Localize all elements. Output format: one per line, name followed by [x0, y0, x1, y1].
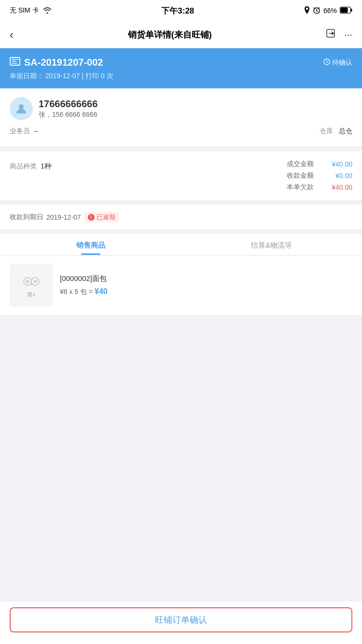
received-row: 收款金额 ¥0.00 — [287, 171, 352, 180]
due-date-card: 收款到期日 2019-12-07 ! 已逾期 — [0, 205, 362, 229]
summary-card: 商品种类 1种 成交金额 ¥40.00 收款金额 ¥0.00 本单欠款 ¥40.… — [0, 151, 362, 200]
sim-label: 无 SIM 卡 — [10, 6, 39, 15]
amount-row: 成交金额 ¥40.00 — [287, 160, 352, 168]
type-label: 商品种类 — [10, 162, 37, 171]
status-right: 66% — [304, 6, 352, 15]
back-button[interactable]: ‹ — [10, 28, 14, 42]
tab-settlement-logistics[interactable]: 结算&物流等 — [181, 234, 362, 255]
product-list: 管+ [0000002]面包 ¥8 x 5 包 = ¥40 — [0, 256, 362, 315]
tabs: 销售商品 结算&物流等 — [0, 234, 362, 255]
nav-actions: ··· — [326, 28, 352, 41]
summary-right: 成交金额 ¥40.00 收款金额 ¥0.00 本单欠款 ¥40.00 — [287, 160, 352, 192]
confirm-order-button[interactable]: 旺铺订单确认 — [10, 607, 352, 632]
order-date: 单据日期： 2019-12-07 | 打印 0 次 — [10, 72, 352, 81]
product-info: [0000002]面包 ¥8 x 5 包 = ¥40 — [60, 274, 352, 296]
type-value: 1种 — [41, 162, 52, 171]
overdue-text: 已逾期 — [97, 213, 115, 222]
product-name: [0000002]面包 — [60, 274, 352, 283]
bottom-area — [0, 315, 362, 441]
avatar — [10, 97, 33, 120]
page-title: 销货单详情(来自旺铺) — [14, 29, 326, 41]
order-status: 待确认 — [323, 58, 352, 67]
multiply-sign: x — [69, 288, 74, 295]
overdue-badge: ! 已逾期 — [84, 212, 119, 223]
svg-rect-2 — [350, 9, 352, 12]
alarm-icon — [313, 6, 320, 15]
svg-rect-3 — [340, 7, 348, 13]
bottom-button-area: 旺铺订单确认 — [0, 601, 362, 644]
salesperson-value: -- — [34, 127, 38, 135]
location-icon — [304, 6, 310, 15]
table-row: 管+ [0000002]面包 ¥8 x 5 包 = ¥40 — [0, 256, 362, 315]
order-id: SA-20191207-002 — [10, 57, 103, 68]
warehouse-value: 总仓 — [339, 127, 352, 136]
overdue-warning-icon: ! — [88, 214, 95, 221]
due-date: 2019-12-07 — [46, 213, 81, 221]
due-label: 收款到期日 — [10, 213, 43, 222]
unit-price: ¥8 — [60, 288, 68, 295]
order-id-icon — [10, 57, 20, 68]
more-icon[interactable]: ··· — [344, 29, 352, 40]
svg-point-11 — [34, 280, 37, 283]
status-time: 下午3:28 — [161, 5, 194, 16]
order-header: SA-20191207-002 待确认 单据日期： 2019-12-07 | 打… — [0, 48, 362, 88]
svg-point-7 — [19, 104, 24, 109]
balance-row: 本单欠款 ¥40.00 — [287, 183, 352, 192]
quantity: 5 — [74, 288, 78, 295]
warehouse-label: 仓库 — [320, 127, 333, 136]
unit: 包 — [80, 288, 87, 295]
product-thumbnail: 管+ — [10, 264, 53, 307]
wifi-icon — [43, 7, 52, 15]
nav-bar: ‹ 销货单详情(来自旺铺) ··· — [0, 21, 362, 48]
tab-sales-products[interactable]: 销售商品 — [0, 234, 181, 255]
salesperson-row: 业务员 -- 仓库 总仓 — [10, 125, 352, 138]
customer-info-card: 17666666666 张，156 6666 6666 业务员 -- 仓库 总仓 — [0, 88, 362, 146]
battery-percent: 66% — [323, 7, 337, 14]
share-icon[interactable] — [326, 28, 335, 41]
customer-sub-name: 张，156 6666 6666 — [39, 111, 97, 119]
battery-icon — [340, 7, 352, 15]
product-total: ¥40 — [95, 287, 108, 295]
product-price: ¥8 x 5 包 = ¥40 — [60, 287, 352, 296]
svg-point-10 — [26, 280, 29, 283]
equals-sign: = — [89, 288, 95, 295]
status-bar: 无 SIM 卡 下午3:28 66% — [0, 0, 362, 21]
clock-icon — [323, 58, 330, 67]
customer-phone: 17666666666 — [39, 98, 97, 110]
salesperson-label: 业务员 — [10, 127, 30, 136]
product-thumb-label: 管+ — [27, 291, 35, 298]
status-left: 无 SIM 卡 — [10, 6, 52, 15]
